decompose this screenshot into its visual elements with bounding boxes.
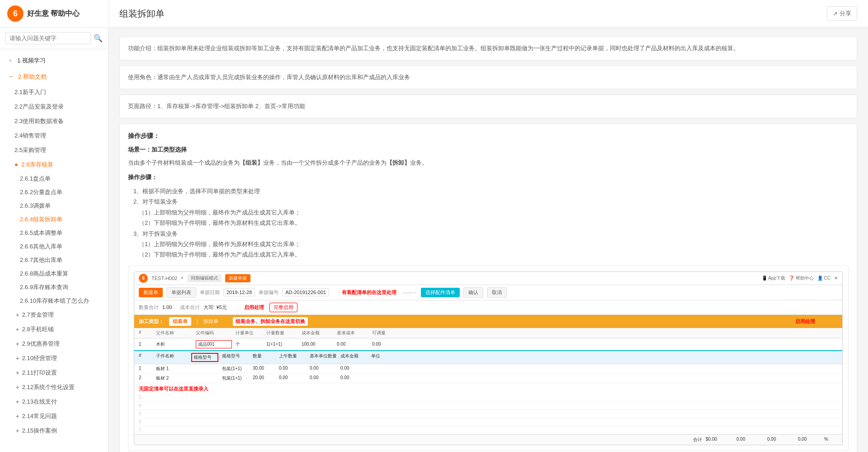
active-dot: ● (14, 161, 18, 168)
sidebar-item-label: 2.帮助文档 (18, 73, 47, 81)
sidebar-item-2-6-3[interactable]: 2.6.3调拨单 (0, 199, 108, 213)
ss-new-btn: 新建单据 (225, 274, 250, 282)
ss-sub-uqty: 上午数量 (279, 353, 306, 362)
ss-row1-basecost: 100.00 (302, 342, 333, 347)
ss-sub-code: 规格型号 (191, 353, 218, 362)
ss-close-icon: ✕ (834, 276, 838, 281)
annotation-3b: 启用处理 (795, 318, 815, 325)
annotation-4: 组装业务、拆卸业务在这里切换 (233, 317, 308, 326)
ss-subrow2-qty: 20.00 (253, 375, 275, 381)
step-3a: （1）上部明细为父件明细，最终作为原材料生成其它出库单； (139, 239, 849, 249)
ss-order-label: 单据编号 (259, 289, 278, 296)
ss-row1-qty: 1(+1=1) (266, 342, 298, 347)
screenshot-container: 6 TEST-H002 ▾ 同期编辑模式 新建单据 📱 App下载 ❓ 帮助中心… (128, 266, 849, 451)
ss-user-icon: 👤 CC (817, 276, 830, 281)
scenario1-title: 场景一：加工类型选择 (128, 146, 849, 154)
sidebar-item-2-6[interactable]: ● 2.6库存核算 (0, 157, 108, 172)
ss-qty-value: 1.00 (162, 305, 172, 310)
logo-icon: 6 (7, 5, 24, 22)
ss-sub-cost: 成本金额 (340, 353, 368, 362)
sidebar-item-2-10[interactable]: ＋ 2.10经营管理 (0, 351, 108, 366)
sidebar-item-2-12[interactable]: ＋ 2.12系统个性化设置 (0, 380, 108, 395)
ss-subrow3-idx: 3 (139, 395, 152, 400)
ss-spacer: ——→ (402, 290, 417, 295)
sidebar-item-2-5[interactable]: 2.5采购管理 (0, 143, 108, 157)
sidebar-item-2-3[interactable]: 2.3使用前数据准备 (0, 114, 108, 128)
step-2b: （2）下部明细为子件明细，最终作为原材料生成其它出库单。 (139, 218, 849, 228)
ss-subrow1-spec: 包装(1+1) (222, 366, 249, 372)
intro-text-2: 使用角色：通常由生产人员或库管人员完成拆装业务的操作，库管人员确认原材料的出库和… (128, 74, 410, 81)
ss-total-basecost: 0.00 (736, 437, 764, 443)
sidebar-item-2-6-2[interactable]: 2.6.2分量盘点单 (0, 186, 108, 199)
sidebar-item-2-7[interactable]: ＋ 2.7资金管理 (0, 308, 108, 322)
sidebar-item-2-6-9[interactable]: 2.6.9库存账本查询 (0, 281, 108, 294)
ss-subrow2-uqty: 0.00 (279, 375, 306, 381)
sidebar-item-2-6-8[interactable]: 2.6.8商品成本重算 (0, 267, 108, 281)
ss-order-value: AD-20191226-001 (282, 288, 329, 296)
ss-toolbar-btn: 同期编辑模式 (187, 274, 222, 282)
ss-sub-bqty: 基本单位数量 (310, 353, 337, 362)
sidebar-item-2-6-4[interactable]: 2.6.4组装拆卸单 (0, 213, 108, 226)
sidebar-item-2-11[interactable]: ＋ 2.11打印设置 (0, 366, 108, 380)
ss-enable-btn[interactable]: 完整启用 (269, 303, 297, 312)
sidebar-item-2-14[interactable]: ＋ 2.14常见问题 (0, 409, 108, 423)
sidebar-item-2-6-7[interactable]: 2.6.7其他出库单 (0, 253, 108, 267)
sidebar-item-2-6-6[interactable]: 2.6.6其他入库单 (0, 240, 108, 253)
main-header: 组装拆卸单 ↗ 分享 (108, 0, 868, 28)
ss-confirm-btn[interactable]: 确认 (463, 287, 483, 298)
ops-title: 操作步骤： (128, 132, 849, 140)
ss-total-pad: % (824, 437, 838, 443)
ss-subrow1-idx: 1 (139, 366, 152, 372)
sidebar-item-2-1[interactable]: 2.1新手入门 (0, 85, 108, 100)
ss-subrow2-spec: 包装(1+1) (222, 375, 249, 381)
expand-icon-2-14: ＋ (14, 413, 20, 419)
ss-col-idx: # (139, 330, 152, 336)
sidebar-item-2-6-10[interactable]: 2.6.10库存账本错了怎么办 (0, 294, 108, 308)
ss-subrow1-qty: 30.00 (253, 366, 275, 372)
sidebar-item-2-15[interactable]: ＋ 2.15操作案例 (0, 423, 108, 438)
ss-cancel-btn[interactable]: 取消 (487, 287, 507, 298)
ss-tab-new[interactable]: 新建单 (139, 288, 163, 297)
step-2: 2、对于组装业务 (133, 196, 849, 207)
ss-sub-unit: 单位 (371, 353, 394, 362)
ss-logo: 6 (139, 274, 148, 283)
sidebar-item-2-4[interactable]: 2.4销售管理 (0, 128, 108, 143)
ss-total-qty: $0.00 (706, 437, 733, 443)
sidebar-item-2-13[interactable]: ＋ 2.13在线支付 (0, 395, 108, 409)
ss-subrow7-idx: 7 (139, 428, 152, 433)
steps-section: 操作步骤： 场景一：加工类型选择 当由多个子件材料组装成一个成品的业务为【组装】… (119, 124, 857, 452)
search-button[interactable]: 🔍 (94, 34, 103, 43)
search-input[interactable] (5, 32, 91, 44)
ss-select-btn[interactable]: 选择配件清单 (421, 288, 460, 297)
ss-sub-spec: 规格型号 (222, 353, 249, 362)
sidebar-item-video[interactable]: ＋ 1.视频学习 (0, 53, 108, 68)
ss-apps-icon: 📱 App下载 (762, 275, 785, 281)
ss-subrow5-idx: 5 (139, 411, 152, 416)
ss-tab-list[interactable]: 单据列表 (166, 287, 196, 298)
sidebar-item-2-8[interactable]: ＋ 2.8手机旺铺 (0, 322, 108, 337)
expand-icon-2-8: ＋ (14, 326, 20, 333)
ss-total-avail: 0.00 (798, 437, 821, 443)
sidebar-item-2-9[interactable]: ＋ 2.9优惠券管理 (0, 337, 108, 351)
ss-app-id: TEST-H002 (151, 276, 177, 281)
share-button[interactable]: ↗ 分享 (827, 6, 857, 21)
ss-col-qty: 计量数量 (266, 330, 298, 336)
screenshot-image: 6 TEST-H002 ▾ 同期编辑模式 新建单据 📱 App下载 ❓ 帮助中心… (134, 271, 843, 445)
expand-icon-2-13: ＋ (14, 398, 20, 405)
intro-box-2: 使用角色：通常由生产人员或库管人员完成拆装业务的操作，库管人员确认原材料的出库和… (119, 66, 857, 89)
ss-sub-name: 子件名称 (156, 353, 188, 362)
ss-process-label: 加工类型： (139, 318, 164, 325)
sidebar-item-2-6-1[interactable]: 2.6.1盘点单 (0, 172, 108, 186)
ss-subrow1-name: 板材 1 (156, 366, 188, 372)
ss-row1-pcode: 成品001 (196, 340, 232, 348)
share-icon: ↗ (833, 10, 838, 17)
step-3: 3、对于拆装业务 (133, 228, 849, 239)
sidebar-item-label: 1.视频学习 (17, 57, 46, 65)
ss-total-cost: 0.00 (767, 437, 794, 443)
ss-subrow2-bqty: 0.00 (310, 375, 337, 381)
ss-col-unit: 计量单位 (236, 330, 263, 336)
sidebar-item-2-2[interactable]: 2.2产品安装及登录 (0, 100, 108, 114)
sidebar-item-2-6-5[interactable]: 2.6.5成本调整单 (0, 226, 108, 240)
sidebar-item-docs[interactable]: － 2.帮助文档 (0, 68, 108, 85)
ss-subrow2-cost: 0.00 (340, 375, 368, 381)
